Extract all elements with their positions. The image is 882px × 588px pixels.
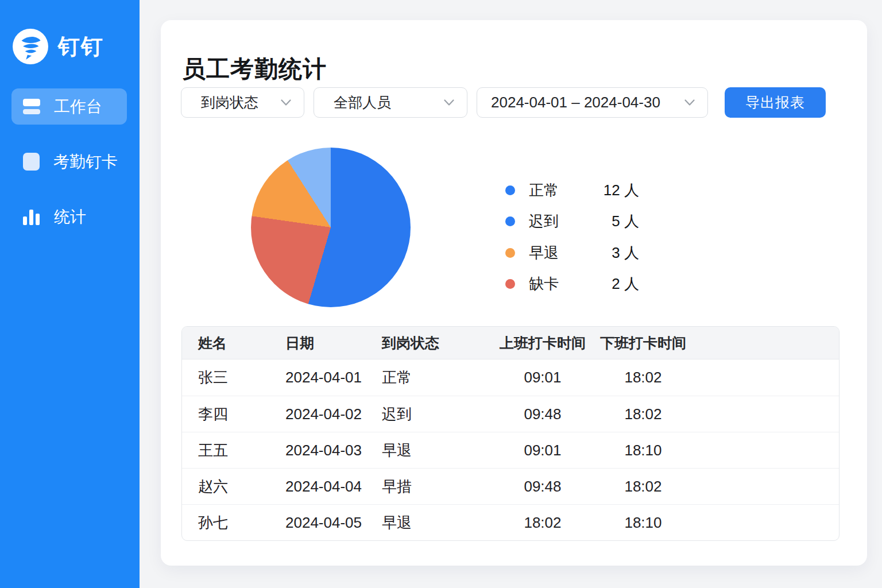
legend-item-missing-card: 缺卡 2 人 xyxy=(505,269,639,300)
main-card: 员工考勤统计 到岗状态 全部人员 2024-04-01 – 2024-04-30… xyxy=(161,20,867,566)
legend-dot xyxy=(505,279,515,289)
table-cell: 早措 xyxy=(382,477,491,497)
sidebar-item-label: 统计 xyxy=(54,206,86,228)
legend-label: 正常 xyxy=(529,180,559,200)
table-cell: 18:02 xyxy=(594,405,692,423)
table-cell: 09:01 xyxy=(491,442,594,459)
sidebar: 钉钉 工作台 考勤钉卡 统计 xyxy=(0,0,140,588)
workbench-icon xyxy=(23,99,40,114)
legend-label: 缺卡 xyxy=(529,274,559,294)
legend-label: 迟到 xyxy=(529,211,559,231)
people-filter-value: 全部人员 xyxy=(334,93,391,112)
legend-dot xyxy=(505,248,515,258)
table-cell: 2024-04-05 xyxy=(285,514,382,532)
column-header: 下班打卡时间 xyxy=(594,334,692,353)
table-cell: 18:02 xyxy=(594,478,692,496)
status-filter-dropdown[interactable]: 到岗状态 xyxy=(181,87,304,118)
status-filter-value: 到岗状态 xyxy=(201,93,258,112)
table-row: 张三2024-04-01正常09:0118:02 xyxy=(182,359,839,396)
table-row: 孙七2024-04-05早退18:0218:10 xyxy=(182,504,839,540)
date-range-value: 2024-04-01 – 2024-04-30 xyxy=(491,94,660,111)
table-cell: 李四 xyxy=(182,404,285,424)
people-filter-dropdown[interactable]: 全部人员 xyxy=(314,87,467,118)
sidebar-item-statistics[interactable]: 统计 xyxy=(11,199,127,235)
legend-item-early-leave: 早退 3 人 xyxy=(505,237,639,269)
table-cell: 09:01 xyxy=(491,369,594,386)
legend-count: 12 人 xyxy=(604,180,639,200)
table-cell: 18:02 xyxy=(491,514,594,532)
chevron-down-icon xyxy=(281,99,291,106)
dingtalk-logo-icon xyxy=(13,29,48,64)
legend-item-normal: 正常 12 人 xyxy=(505,175,639,206)
date-range-picker[interactable]: 2024-04-01 – 2024-04-30 xyxy=(477,87,708,118)
table-row: 赵六2024-04-04早措09:4818:02 xyxy=(182,468,839,504)
table-cell: 赵六 xyxy=(182,477,285,497)
legend-count: 3 人 xyxy=(612,243,639,263)
column-header: 日期 xyxy=(285,334,382,353)
sidebar-item-workbench[interactable]: 工作台 xyxy=(11,88,127,125)
bar-chart-icon xyxy=(23,209,40,225)
table-cell: 早退 xyxy=(382,513,491,533)
sidebar-nav: 工作台 考勤钉卡 统计 xyxy=(0,88,140,235)
brand: 钉钉 xyxy=(13,29,140,64)
legend-label: 早退 xyxy=(529,243,559,263)
legend-dot xyxy=(505,185,515,195)
attendance-pie-chart xyxy=(251,148,411,307)
table-cell: 早退 xyxy=(382,440,491,461)
table-cell: 2024-04-04 xyxy=(285,478,382,496)
chevron-down-icon xyxy=(684,99,695,106)
column-header: 到岗状态 xyxy=(382,334,491,353)
attendance-table: 姓名日期到岗状态上班打卡时间下班打卡时间 张三2024-04-01正常09:01… xyxy=(181,326,840,541)
table-cell: 迟到 xyxy=(382,404,491,424)
filter-bar: 到岗状态 全部人员 2024-04-01 – 2024-04-30 导出报表 xyxy=(161,87,867,118)
legend-dot xyxy=(505,216,515,226)
export-report-button[interactable]: 导出报表 xyxy=(725,87,826,118)
brand-name: 钉钉 xyxy=(58,32,104,61)
table-cell: 2024-04-03 xyxy=(285,442,382,459)
column-header: 姓名 xyxy=(182,334,285,353)
table-cell: 张三 xyxy=(182,368,285,388)
column-header: 上班打卡时间 xyxy=(491,334,594,353)
legend-item-late: 迟到 5 人 xyxy=(505,206,639,238)
table-cell: 孙七 xyxy=(182,513,285,533)
table-cell: 2024-04-01 xyxy=(285,369,382,386)
legend-count: 2 人 xyxy=(612,274,639,294)
table-cell: 王五 xyxy=(182,440,285,461)
chart-legend: 正常 12 人 迟到 5 人 早退 3 人 缺卡 2 人 xyxy=(505,175,639,300)
table-body: 张三2024-04-01正常09:0118:02李四2024-04-02迟到09… xyxy=(182,359,839,540)
table-cell: 2024-04-02 xyxy=(285,405,382,423)
page-title: 员工考勤统计 xyxy=(182,53,327,85)
chevron-down-icon xyxy=(444,99,454,106)
sidebar-item-attendance-card[interactable]: 考勤钉卡 xyxy=(11,144,127,180)
sidebar-item-label: 考勤钉卡 xyxy=(53,151,118,173)
table-header: 姓名日期到岗状态上班打卡时间下班打卡时间 xyxy=(182,327,839,359)
legend-count: 5 人 xyxy=(612,211,639,231)
table-row: 李四2024-04-02迟到09:4818:02 xyxy=(182,396,839,432)
table-row: 王五2024-04-03早退09:0118:10 xyxy=(182,432,839,468)
attendance-card-icon xyxy=(23,153,40,171)
table-cell: 18:02 xyxy=(594,369,692,386)
table-cell: 正常 xyxy=(382,368,491,388)
sidebar-item-label: 工作台 xyxy=(54,96,102,118)
table-cell: 18:10 xyxy=(594,514,692,532)
table-cell: 09:48 xyxy=(491,405,594,423)
table-cell: 18:10 xyxy=(594,442,692,459)
table-cell: 09:48 xyxy=(491,478,594,496)
